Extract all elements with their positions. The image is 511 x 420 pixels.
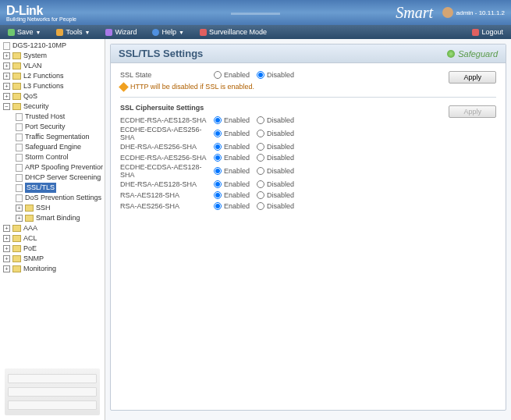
apply-button-cipher[interactable]: Apply	[449, 105, 496, 118]
warning-icon	[119, 82, 129, 92]
cipher-enabled-option[interactable]: Enabled	[214, 143, 257, 151]
cipher-enabled-option[interactable]: Enabled	[214, 116, 257, 124]
admin-label: admin - 10.11.1.2	[456, 9, 505, 16]
cipher-disabled-radio[interactable]	[257, 202, 264, 210]
cipher-row: ECDHE-ECDSA-AES256-SHAEnabledDisabled	[120, 126, 496, 141]
cipher-enabled-radio[interactable]	[214, 191, 222, 199]
tree-system[interactable]: +System	[2, 51, 103, 61]
tree-l2[interactable]: +L2 Functions	[2, 71, 103, 81]
save-menu[interactable]: Save▼	[0, 28, 48, 36]
folder-icon	[12, 265, 21, 272]
cipher-disabled-option[interactable]: Disabled	[257, 180, 300, 188]
tree-ssl[interactable]: SSL/TLS	[2, 183, 103, 193]
tree-vlan[interactable]: +VLAN	[2, 61, 103, 71]
surveillance-icon	[200, 29, 207, 36]
expand-icon[interactable]: +	[3, 62, 10, 69]
cipher-disabled-radio[interactable]	[257, 154, 264, 162]
cipher-enabled-option[interactable]: Enabled	[214, 130, 257, 137]
tree-port-security[interactable]: Port Security	[2, 122, 103, 132]
cipher-disabled-radio[interactable]	[257, 130, 264, 137]
cipher-enabled-radio[interactable]	[214, 143, 222, 151]
ssl-enabled-radio[interactable]	[214, 71, 222, 79]
help-label: Help	[161, 28, 176, 36]
cipher-disabled-radio[interactable]	[257, 143, 264, 151]
cipher-name: RSA-AES256-SHA	[120, 202, 214, 210]
navigation-sidebar: DGS-1210-10MP +System +VLAN +L2 Function…	[0, 39, 105, 420]
cipher-disabled-radio[interactable]	[257, 167, 264, 175]
cipher-enabled-radio[interactable]	[214, 202, 222, 210]
cipher-enabled-option[interactable]: Enabled	[214, 154, 257, 162]
help-menu[interactable]: Help▼	[144, 28, 191, 36]
warning-text: HTTP will be disabled if SSL is enabled.	[130, 83, 254, 91]
cipher-row: ECDHE-RSA-AES128-SHAEnabledDisabled	[120, 115, 496, 126]
ssl-disabled-option[interactable]: Disabled	[257, 71, 300, 79]
smart-brand: Smart	[396, 4, 433, 22]
cipher-disabled-option[interactable]: Disabled	[257, 167, 300, 175]
cipher-enabled-option[interactable]: Enabled	[214, 191, 257, 199]
chevron-down-icon: ▼	[36, 30, 41, 35]
tree-aaa[interactable]: +AAA	[2, 223, 103, 233]
expand-icon[interactable]: +	[3, 235, 10, 242]
tree-acl[interactable]: +ACL	[2, 233, 103, 244]
toolbar: Save▼ Tools▼ Wizard Help▼ Surveillance M…	[0, 25, 511, 39]
expand-icon[interactable]: +	[16, 215, 23, 222]
apply-button-ssl[interactable]: Apply	[449, 71, 496, 84]
tree-dhcp-screen[interactable]: DHCP Server Screening	[2, 173, 103, 183]
folder-icon	[12, 73, 21, 80]
tree-trusted-host[interactable]: Trusted Host	[2, 112, 103, 122]
tree-smart-binding[interactable]: +Smart Binding	[2, 213, 103, 223]
expand-icon[interactable]: +	[3, 245, 10, 252]
cipher-enabled-option[interactable]: Enabled	[214, 202, 257, 210]
cipher-disabled-option[interactable]: Disabled	[257, 154, 300, 162]
cipher-enabled-radio[interactable]	[214, 116, 222, 124]
cipher-disabled-option[interactable]: Disabled	[257, 191, 300, 199]
tree-storm-control[interactable]: Storm Control	[2, 152, 103, 162]
surveillance-button[interactable]: Surveillance Mode	[192, 28, 275, 36]
ssl-enabled-option[interactable]: Enabled	[214, 71, 257, 79]
cipher-disabled-option[interactable]: Disabled	[257, 130, 300, 137]
collapse-icon[interactable]: −	[3, 103, 10, 110]
tree-traffic-seg[interactable]: Traffic Segmentation	[2, 132, 103, 142]
expand-icon[interactable]: +	[3, 93, 10, 100]
tree-qos[interactable]: +QoS	[2, 91, 103, 101]
tree-ssh[interactable]: +SSH	[2, 203, 103, 213]
expand-icon[interactable]: +	[3, 255, 10, 262]
expand-icon[interactable]: +	[3, 83, 10, 90]
tree-security[interactable]: −Security	[2, 101, 103, 112]
tree-dos[interactable]: DoS Prevention Settings	[2, 193, 103, 203]
cipher-disabled-option[interactable]: Disabled	[257, 202, 300, 210]
tree-snmp[interactable]: +SNMP	[2, 254, 103, 264]
logo-text: D-Link	[6, 4, 43, 17]
tree-l3[interactable]: +L3 Functions	[2, 81, 103, 91]
cipher-disabled-radio[interactable]	[257, 180, 264, 188]
folder-icon	[12, 83, 21, 90]
tree-safeguard-engine[interactable]: Safeguard Engine	[2, 142, 103, 152]
wizard-button[interactable]: Wizard	[98, 28, 144, 36]
cipher-disabled-option[interactable]: Disabled	[257, 116, 300, 124]
cipher-enabled-radio[interactable]	[214, 130, 222, 137]
logout-label: Logout	[481, 28, 503, 36]
tree-monitoring[interactable]: +Monitoring	[2, 264, 103, 274]
expand-icon[interactable]: +	[16, 205, 23, 212]
folder-icon	[12, 93, 21, 100]
panel-body: SSL State Enabled Disabled HTTP will be …	[111, 63, 506, 230]
cipher-enabled-radio[interactable]	[214, 180, 222, 188]
cipher-enabled-radio[interactable]	[214, 167, 222, 175]
cipher-enabled-option[interactable]: Enabled	[214, 167, 257, 175]
tools-menu[interactable]: Tools▼	[48, 28, 98, 36]
cipher-row: DHE-RSA-AES256-SHAEnabledDisabled	[120, 141, 496, 152]
ssl-disabled-radio[interactable]	[257, 71, 264, 79]
cipher-disabled-radio[interactable]	[257, 116, 264, 124]
cipher-enabled-radio[interactable]	[214, 154, 222, 162]
cipher-enabled-option[interactable]: Enabled	[214, 180, 257, 188]
tree-poe[interactable]: +PoE	[2, 244, 103, 254]
tree-arp-spoof[interactable]: ARP Spoofing Prevention	[2, 162, 103, 173]
logout-button[interactable]: Logout	[464, 28, 511, 36]
expand-icon[interactable]: +	[3, 265, 10, 272]
cipher-disabled-option[interactable]: Disabled	[257, 143, 300, 151]
expand-icon[interactable]: +	[3, 225, 10, 232]
expand-icon[interactable]: +	[3, 52, 10, 59]
tree-root-device[interactable]: DGS-1210-10MP	[2, 41, 103, 51]
cipher-disabled-radio[interactable]	[257, 191, 264, 199]
expand-icon[interactable]: +	[3, 73, 10, 80]
